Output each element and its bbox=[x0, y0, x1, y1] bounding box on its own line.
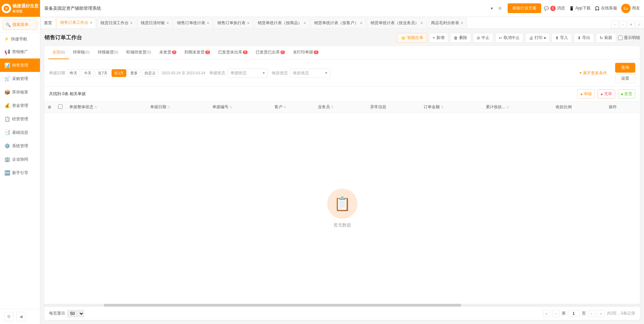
sidebar-item-purchase[interactable]: 🛒 采购管理 bbox=[0, 72, 40, 85]
export-button[interactable]: ⬇ 导出 bbox=[574, 33, 594, 43]
filter-tab-all[interactable]: 全部(0) bbox=[48, 46, 69, 59]
date-more-button[interactable]: 更多 bbox=[128, 69, 140, 77]
page-size-dropdown[interactable]: 10 20 50 100 bbox=[67, 310, 84, 317]
online-service-button[interactable]: 🎧 在线客服 bbox=[595, 5, 617, 11]
sidebar-item-finance[interactable]: 💰 资金管理 bbox=[0, 99, 40, 112]
tab-close-all-button[interactable]: ✕ bbox=[627, 21, 635, 28]
date-1month-button[interactable]: 近1月 bbox=[112, 69, 126, 77]
tab-daily-clear[interactable]: 钱货日清工作台 ✕ bbox=[97, 17, 136, 28]
search-menu-button[interactable]: 🔍 搜索菜单 bbox=[3, 19, 37, 30]
smart-create-button[interactable]: ⭐ 智能生单 bbox=[397, 33, 427, 43]
status-select[interactable]: 单据状态 ▾ bbox=[227, 69, 268, 78]
query-button[interactable]: 查询 bbox=[615, 63, 635, 73]
import-button[interactable]: ⬆ 导入 bbox=[552, 33, 572, 43]
sort-date-icon[interactable]: ⇅ bbox=[167, 105, 170, 109]
tab-scroll-left-button[interactable]: ‹ bbox=[611, 21, 618, 28]
tab-reconcile[interactable]: 钱货日清对账 ✕ bbox=[137, 17, 173, 28]
tab-goods-stats[interactable]: 销货单统计表（按商品） ✕ bbox=[254, 17, 310, 28]
collapse-sidebar-button[interactable]: ◀ bbox=[16, 312, 26, 321]
first-page-button[interactable]: « bbox=[543, 310, 550, 317]
show-detail-input[interactable] bbox=[618, 36, 622, 40]
th-settings[interactable]: ⚙ bbox=[44, 102, 55, 113]
date-7days-button[interactable]: 近7天 bbox=[95, 69, 110, 77]
tab-customer-stats[interactable]: 销货单统计表（按客户） ✕ bbox=[310, 17, 366, 28]
tab-order-stats[interactable]: 销售订单统计表 ✕ bbox=[173, 17, 213, 28]
date-custom-button[interactable]: 自定义 bbox=[142, 69, 158, 77]
tab-scroll-right-button[interactable]: › bbox=[619, 21, 627, 28]
tab-salesman-stats[interactable]: 销货单统计表（按业务员） ✕ bbox=[367, 17, 427, 28]
tab-close-icon[interactable]: ✕ bbox=[90, 21, 92, 25]
next-page-button[interactable]: › bbox=[588, 310, 595, 317]
tab-maximize-button[interactable]: ⤢ bbox=[635, 21, 643, 28]
filter-tab-overdue-unshipped[interactable]: 到期未发货0 bbox=[180, 46, 214, 59]
sidebar-item-inventory[interactable]: 📦 库存核算 bbox=[0, 85, 40, 99]
tab-margin-analysis[interactable]: 商品毛利分析表 ✕ bbox=[427, 17, 467, 28]
tab-close-icon[interactable]: ✕ bbox=[461, 21, 463, 25]
filter-tab-pending-review[interactable]: 待审核(0) bbox=[69, 46, 93, 59]
app-download-button[interactable]: 📱 App下载 bbox=[569, 5, 591, 11]
sidebar-item-enterprise[interactable]: 🏢 企业协同 bbox=[0, 153, 40, 166]
tab-home[interactable]: 首页 bbox=[40, 17, 56, 28]
sidebar-item-guide[interactable]: 🆕 新手引导 bbox=[0, 166, 40, 179]
tab-close-icon[interactable]: ✕ bbox=[247, 21, 250, 25]
tab-close-icon[interactable]: ✕ bbox=[166, 21, 169, 25]
tab-label: 销货单统计表（按客户） bbox=[314, 20, 358, 26]
sidebar-item-operations[interactable]: 📋 经营管理 bbox=[0, 112, 40, 126]
tab-close-icon[interactable]: ✕ bbox=[303, 21, 306, 25]
date-filter: 单据日期 昨天 今天 近7天 近1月 更多 自定义 2023-02-24 至 2… bbox=[49, 69, 205, 77]
select-all-checkbox[interactable] bbox=[58, 105, 62, 109]
add-button[interactable]: + 新增 bbox=[429, 33, 448, 43]
sort-payment-icon[interactable]: ⇅ bbox=[506, 105, 509, 109]
page-number-input[interactable] bbox=[568, 310, 580, 317]
filter-tab-pending-inspect[interactable]: 待拣验货(0) bbox=[94, 46, 122, 59]
reject-button[interactable]: ● 充审 bbox=[598, 89, 615, 98]
th-checkbox[interactable] bbox=[55, 102, 66, 113]
refresh-button[interactable]: ↻ 刷新 bbox=[596, 33, 616, 43]
filter-tab-wangpu-ship[interactable]: 旺铺待发货(0) bbox=[122, 46, 155, 59]
filter-tab-unshipped[interactable]: 未发货0 bbox=[155, 46, 181, 59]
horizontal-scrollbar[interactable] bbox=[44, 304, 640, 307]
sort-overall-status-icon[interactable]: ⇅ bbox=[94, 105, 97, 109]
prev-page-button[interactable]: ‹ bbox=[552, 310, 560, 317]
tab-sales-workbench[interactable]: 销售订单工作台 ✕ bbox=[56, 17, 96, 28]
date-yesterday-button[interactable]: 昨天 bbox=[67, 69, 80, 77]
delete-button[interactable]: 🗑 删除 bbox=[450, 33, 471, 43]
sort-amount-icon[interactable]: ⇅ bbox=[441, 105, 443, 109]
show-detail-checkbox[interactable]: 显示明细 bbox=[618, 35, 640, 41]
approve-button[interactable]: ● 审核 bbox=[577, 89, 595, 98]
user-menu-button[interactable]: Ea 用友 bbox=[621, 4, 640, 13]
system-dropdown[interactable]: ▾ bbox=[491, 6, 493, 11]
expand-filter-button[interactable]: ▾ 展开更多条件 bbox=[579, 70, 607, 76]
logo: 畅捷通好生意 标准版 bbox=[0, 0, 40, 17]
filter-tab-shipped-out[interactable]: 已发货已出库0 bbox=[252, 46, 289, 59]
cancel-stop-button[interactable]: ↩ 取消中止 bbox=[495, 33, 523, 43]
filter-tab-unprinted[interactable]: 未打印单据0 bbox=[289, 46, 323, 59]
tab-order-exec[interactable]: 销售订单执行表 ✕ bbox=[214, 17, 253, 28]
print-button[interactable]: 🖨 打印 ▾ bbox=[525, 33, 550, 43]
filter-tab-shipped-unout[interactable]: 已发货未出库0 bbox=[214, 46, 252, 59]
sort-salesman-icon[interactable]: ⇅ bbox=[331, 105, 334, 109]
sort-number-icon[interactable]: ⇅ bbox=[229, 105, 232, 109]
sidebar-item-basic[interactable]: 📑 基础信息 bbox=[0, 126, 40, 139]
tab-close-icon[interactable]: ✕ bbox=[420, 21, 423, 25]
set-button[interactable]: 设置 bbox=[615, 74, 635, 83]
industry-solution-button[interactable]: 体验行业方案 bbox=[508, 3, 541, 13]
message-button[interactable]: 💬 6 消息 bbox=[544, 5, 565, 11]
sidebar-item-quick-nav[interactable]: ⚡ 快捷导航 bbox=[0, 33, 40, 45]
tab-close-icon[interactable]: ✕ bbox=[360, 21, 362, 25]
tab-close-icon[interactable]: ✕ bbox=[130, 21, 133, 25]
stop-button[interactable]: ⊘ 中止 bbox=[473, 33, 493, 43]
ship-button[interactable]: ● 发货 bbox=[618, 89, 635, 98]
tab-close-icon[interactable]: ✕ bbox=[207, 21, 209, 25]
topbar-settings-button[interactable]: ⚙ bbox=[496, 4, 505, 13]
sort-customer-icon[interactable]: ⇅ bbox=[284, 105, 286, 109]
sidebar-item-sales[interactable]: 📊 销售管理 bbox=[0, 58, 40, 72]
settings-bottom-button[interactable]: ⚙ bbox=[4, 312, 13, 321]
sidebar-item-system[interactable]: ⚙️ 系统管理 bbox=[0, 139, 40, 153]
last-page-button[interactable]: » bbox=[597, 310, 605, 317]
scrollbar-thumb[interactable] bbox=[104, 304, 461, 307]
date-today-button[interactable]: 今天 bbox=[81, 69, 94, 77]
filter-action-buttons: 查询 设置 bbox=[615, 63, 635, 83]
payment-select[interactable]: 收款状态 ▾ bbox=[290, 69, 330, 78]
sidebar-item-marketing[interactable]: 📢 营销推广 bbox=[0, 45, 40, 58]
